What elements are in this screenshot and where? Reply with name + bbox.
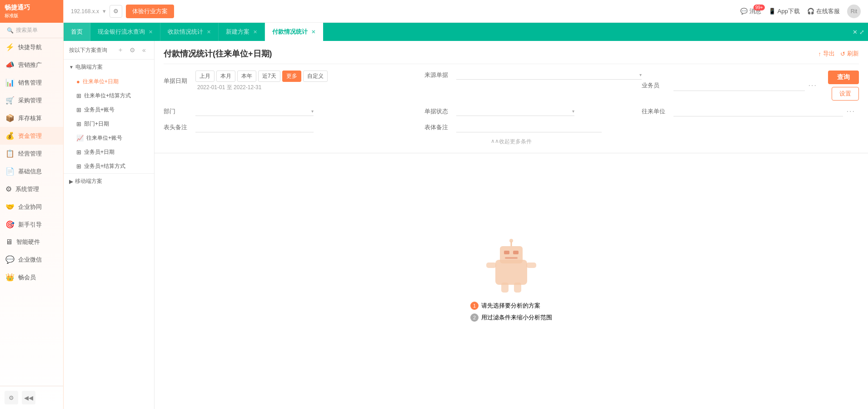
sidebar-item-basic-info[interactable]: 📄 基础信息: [0, 162, 63, 180]
mobile-category-label: 移动端方案: [75, 177, 102, 185]
sidebar-item-finance[interactable]: 💰 资金管理: [0, 127, 63, 145]
collapse-btn[interactable]: ∧∧ 收起更多条件: [164, 134, 859, 146]
collapse-sidebar-btn[interactable]: ◀◀: [22, 391, 35, 404]
sidebar-item-marketing[interactable]: 📣 营销推广: [0, 56, 63, 74]
scheme-item-staff-settle[interactable]: ⊞ 业务员+结算方式: [64, 159, 154, 173]
tab-new-scheme-close[interactable]: ✕: [253, 29, 257, 35]
sidebar-item-purchase[interactable]: 🛒 采购管理: [0, 91, 63, 109]
sidebar-item-member[interactable]: 👑 畅会员: [0, 268, 63, 286]
last-month-btn[interactable]: 上月: [195, 71, 215, 82]
topbar: 192.168.x.x ▾ ⚙ 体验行业方案 💬 消息 99+ 📱 App下载 …: [64, 0, 868, 23]
sidebar-item-label: 企业微信: [18, 256, 42, 264]
this-year-btn[interactable]: 本年: [237, 71, 256, 82]
header-note-input[interactable]: [195, 122, 314, 132]
sidebar-item-operations[interactable]: 📋 经营管理: [0, 145, 63, 162]
tab-pay-stat-close[interactable]: ✕: [311, 29, 315, 35]
unit-dots-btn[interactable]: ···: [843, 107, 859, 116]
export-btn[interactable]: ↑ 导出: [818, 50, 835, 58]
staff-dots-btn[interactable]: ···: [805, 81, 821, 90]
scheme-item-staff-date[interactable]: ⊞ 业务员+日期: [64, 145, 154, 159]
empty-state: 1 请先选择要分析的方案 2 用过滤条件来缩小分析范围: [155, 153, 868, 409]
sidebar: 畅捷通巧 标准版 🔍 搜索菜单 ⚡ 快捷导航 📣 营销推广 📊 销售管理 🛒 采…: [0, 0, 64, 409]
message-icon: 💬: [740, 8, 748, 15]
custom-btn[interactable]: 自定义: [303, 71, 328, 82]
setting-btn[interactable]: 设置: [832, 87, 859, 101]
topbar-dropdown-arrow[interactable]: ▾: [103, 8, 106, 15]
sidebar-item-hardware[interactable]: 🖥 智能硬件: [0, 233, 63, 251]
topbar-gear-btn[interactable]: ⚙: [110, 5, 122, 18]
sidebar-item-quick-nav[interactable]: ⚡ 快捷导航: [0, 38, 63, 56]
refresh-btn[interactable]: ↺ 刷新: [840, 50, 859, 58]
dept-select[interactable]: ▾: [195, 107, 314, 116]
scheme-item-unit-account[interactable]: 📈 往来单位+账号: [64, 131, 154, 145]
sidebar-item-label: 快捷导航: [18, 43, 42, 51]
export-icon: ↑: [818, 50, 822, 57]
scheme-item-unit-date[interactable]: ● 往来单位+日期: [64, 75, 154, 89]
settings-footer-btn[interactable]: ⚙: [5, 391, 18, 404]
trial-btn[interactable]: 体验行业方案: [126, 5, 174, 18]
desktop-category[interactable]: ▼ 电脑端方案: [64, 60, 154, 75]
marketing-icon: 📣: [5, 61, 15, 69]
sidebar-item-wechat[interactable]: 💬 企业微信: [0, 251, 63, 268]
sidebar-item-label: 销售管理: [18, 79, 42, 87]
finance-icon: 💰: [5, 131, 15, 140]
app-download-label: App下载: [778, 7, 800, 15]
filter-section: 付款情况统计(往来单位+日期) ↑ 导出 ↺ 刷新: [155, 41, 868, 153]
online-service-btn[interactable]: 🎧 在线客服: [807, 7, 840, 15]
main-area: 192.168.x.x ▾ ⚙ 体验行业方案 💬 消息 99+ 📱 App下载 …: [64, 0, 868, 409]
scheme-item-dept-date[interactable]: ⊞ 部门+日期: [64, 117, 154, 131]
sidebar-item-label: 资金管理: [18, 132, 42, 140]
tabbar-actions: ✕ ⤢: [849, 23, 868, 41]
dept-arrow-icon: ▾: [311, 109, 314, 114]
tab-pay-stat[interactable]: 付款情况统计 ✕: [265, 23, 323, 41]
sales-icon: 📊: [5, 78, 15, 87]
unit-input[interactable]: [673, 106, 843, 116]
tab-payment-stat[interactable]: 收款情况统计 ✕: [160, 23, 219, 41]
app-download-btn[interactable]: 📱 App下载: [768, 7, 800, 15]
scheme-item-label: 部门+日期: [84, 120, 109, 128]
scheme-item-unit-settle[interactable]: ⊞ 往来单位+结算方式: [64, 89, 154, 103]
tip-text-2: 用过滤条件来缩小分析范围: [481, 313, 552, 322]
sidebar-item-label: 营销推广: [18, 61, 42, 69]
hardware-icon: 🖥: [5, 238, 13, 246]
add-scheme-btn[interactable]: ＋: [116, 45, 125, 55]
message-btn[interactable]: 💬 消息 99+: [740, 7, 761, 15]
tab-bank[interactable]: 现金银行流水查询 ✕: [90, 23, 160, 41]
sidebar-item-sales[interactable]: 📊 销售管理: [0, 74, 63, 91]
user-avatar[interactable]: Rit: [847, 5, 861, 18]
tab-new-scheme[interactable]: 新建方案 ✕: [219, 23, 265, 41]
tab-bank-label: 现金银行流水查询: [98, 28, 145, 36]
mobile-category[interactable]: ▶ 移动端方案: [64, 173, 154, 189]
sidebar-item-system[interactable]: ⚙ 系统管理: [0, 180, 63, 198]
tab-close-all-btn[interactable]: ✕: [853, 29, 858, 35]
tab-bank-close[interactable]: ✕: [149, 29, 153, 35]
scheme-item-staff-account[interactable]: ⊞ 业务员+账号: [64, 103, 154, 117]
page-title: 付款情况统计(往来单位+日期): [164, 48, 272, 59]
tip-num-2: 2: [470, 313, 479, 322]
page-title-row: 付款情况统计(往来单位+日期) ↑ 导出 ↺ 刷新: [164, 48, 859, 64]
sidebar-item-coop[interactable]: 🤝 企业协同: [0, 198, 63, 216]
more-btn[interactable]: 更多: [282, 71, 301, 82]
empty-tip-2: 2 用过滤条件来缩小分析范围: [470, 313, 552, 322]
source-select[interactable]: ▾: [456, 71, 642, 80]
sidebar-item-guide[interactable]: 🎯 新手引导: [0, 216, 63, 233]
query-btn[interactable]: 查询: [828, 71, 859, 84]
staff-input[interactable]: [673, 81, 805, 91]
sidebar-item-inventory[interactable]: 📦 库存核算: [0, 109, 63, 127]
collapse-panel-btn[interactable]: «: [140, 45, 149, 55]
body-note-input[interactable]: [456, 122, 602, 132]
sidebar-footer: ⚙ ◀◀: [0, 386, 63, 409]
staff-account-icon: ⊞: [76, 106, 81, 113]
tab-payment-stat-close[interactable]: ✕: [207, 29, 211, 35]
last-7days-btn[interactable]: 近7天: [258, 71, 280, 82]
scheme-settings-btn[interactable]: ⚙: [128, 45, 137, 55]
dept-date-icon: ⊞: [76, 121, 81, 127]
doc-status-select[interactable]: ▾: [456, 107, 574, 116]
tab-expand-btn[interactable]: ⤢: [859, 29, 864, 35]
tab-home[interactable]: 首页: [64, 23, 90, 41]
operations-icon: 📋: [5, 149, 15, 158]
server-address: 192.168.x.x: [71, 8, 99, 15]
this-month-btn[interactable]: 本月: [216, 71, 235, 82]
search-menu[interactable]: 🔍 搜索菜单: [0, 23, 63, 38]
refresh-icon: ↺: [840, 50, 845, 57]
